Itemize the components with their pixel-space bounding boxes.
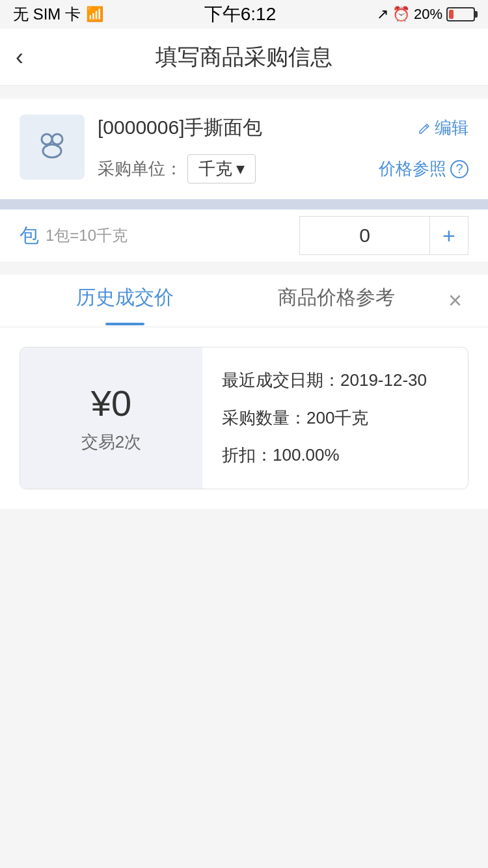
status-right: ↗ ⏰ 20% (377, 6, 475, 23)
price-ref-button[interactable]: 价格参照 ? (379, 157, 468, 180)
carrier-text: 无 SIM 卡 (13, 4, 81, 25)
quantity-input[interactable] (299, 216, 429, 255)
back-button[interactable]: ‹ (16, 44, 23, 71)
transaction-count: 交易2次 (81, 431, 141, 454)
transaction-left: ¥0 交易2次 (20, 347, 202, 489)
tab-close-button[interactable]: × (442, 287, 468, 314)
tab-content: ¥0 交易2次 最近成交日期：2019-12-30 采购数量：200千克 折扣：… (0, 327, 488, 509)
recent-date-row: 最近成交日期：2019-12-30 (222, 367, 448, 394)
battery-percent: 20% (414, 6, 442, 23)
tab-history-price[interactable]: 历史成交价 (20, 284, 230, 318)
battery-icon (446, 7, 475, 21)
transaction-card: ¥0 交易2次 最近成交日期：2019-12-30 采购数量：200千克 折扣：… (20, 347, 468, 489)
battery-fill (449, 10, 454, 19)
unit-conversion: 1包=10千克 (46, 225, 128, 246)
divider-bar (0, 199, 488, 210)
tab-product-price-ref[interactable]: 商品价格参考 (230, 284, 441, 318)
quantity-control: + (299, 216, 468, 255)
unit-row: 采购单位： 千克 ▾ 价格参照 ? (98, 154, 468, 183)
product-thumbnail (20, 115, 85, 180)
page-title: 填写商品采购信息 (156, 42, 332, 72)
unit-info: 包 1包=10千克 (20, 223, 128, 249)
tabs-header: 历史成交价 商品价格参考 × (0, 275, 488, 327)
dropdown-arrow-icon: ▾ (236, 159, 245, 179)
main-content: ¥0 交易2次 最近成交日期：2019-12-30 采购数量：200千克 折扣：… (0, 327, 488, 783)
status-time: 下午6:12 (204, 2, 277, 27)
quantity-plus-button[interactable]: + (429, 216, 468, 255)
product-name: [0000006]手撕面包 (98, 115, 262, 141)
product-card: [0000006]手撕面包 编辑 采购单位： 千克 ▾ 价格参照 ? (0, 99, 488, 199)
discount-row: 折扣：100.00% (222, 442, 448, 469)
transaction-right: 最近成交日期：2019-12-30 采购数量：200千克 折扣：100.00% (202, 347, 468, 489)
tabs-container: 历史成交价 商品价格参考 × (0, 275, 488, 327)
help-icon: ? (450, 160, 468, 178)
alarm-icon: ⏰ (392, 6, 410, 23)
nav-bar: ‹ 填写商品采购信息 (0, 29, 488, 86)
edit-button[interactable]: 编辑 (418, 116, 468, 139)
product-name-row: [0000006]手撕面包 编辑 (98, 115, 468, 141)
svg-point-1 (52, 134, 62, 144)
unit-label: 采购单位： 千克 ▾ (98, 154, 256, 183)
svg-point-2 (43, 144, 61, 157)
wifi-icon: 📶 (86, 6, 103, 23)
status-bar: 无 SIM 卡 📶 下午6:12 ↗ ⏰ 20% (0, 0, 488, 29)
transaction-price: ¥0 (91, 382, 131, 424)
status-left: 无 SIM 卡 📶 (13, 4, 103, 25)
purchase-quantity-row: 采购数量：200千克 (222, 405, 448, 432)
quantity-row: 包 1包=10千克 + (0, 210, 488, 262)
product-info: [0000006]手撕面包 编辑 采购单位： 千克 ▾ 价格参照 ? (98, 115, 468, 183)
unit-box-label: 包 (20, 223, 39, 249)
svg-point-0 (42, 134, 52, 144)
unit-select[interactable]: 千克 ▾ (187, 154, 256, 183)
location-icon: ↗ (377, 6, 388, 23)
